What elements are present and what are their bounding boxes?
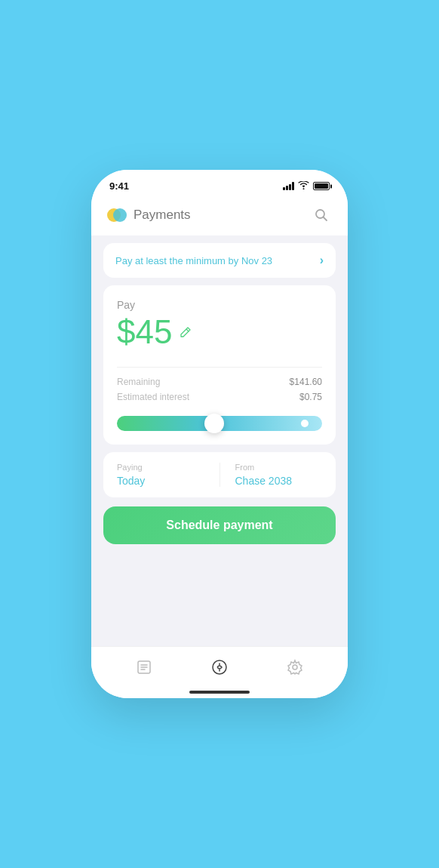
- alert-text: Pay at least the minimum by Nov 23: [115, 255, 272, 266]
- interest-row: Estimated interest $0.75: [117, 392, 322, 402]
- schedule-payment-button[interactable]: Schedule payment: [103, 506, 336, 544]
- svg-point-0: [303, 188, 305, 189]
- signal-icon: [283, 182, 294, 190]
- svg-line-4: [324, 217, 327, 221]
- alert-card[interactable]: Pay at least the minimum by Nov 23 ›: [103, 243, 336, 278]
- status-icons: [283, 181, 330, 191]
- phone-frame: 9:41: [91, 170, 348, 698]
- activity-icon: [136, 659, 152, 676]
- pay-amount-row: $45: [117, 315, 322, 349]
- paying-label: Paying: [117, 463, 204, 472]
- search-icon: [315, 208, 328, 222]
- paying-value[interactable]: Today: [117, 475, 204, 487]
- alert-chevron-icon: ›: [320, 254, 324, 267]
- nav-item-activity[interactable]: [127, 654, 161, 680]
- remaining-row: Remaining $141.60: [117, 377, 322, 387]
- battery-icon: [313, 182, 330, 190]
- app-logo: [106, 205, 127, 226]
- from-account-value[interactable]: Chase 2038: [235, 475, 323, 487]
- pay-card: Pay $45 Remaining $141.60 Estimated inte…: [103, 285, 336, 445]
- paying-section: Paying Today: [117, 463, 204, 487]
- status-time: 9:41: [109, 180, 129, 192]
- settings-icon: [287, 659, 303, 676]
- slider-dot: [301, 420, 309, 427]
- from-section: From Chase 2038: [235, 463, 323, 487]
- svg-point-2: [113, 208, 127, 222]
- from-label: From: [235, 463, 323, 472]
- content-area: Pay at least the minimum by Nov 23 › Pay…: [91, 235, 348, 666]
- pay-details: Remaining $141.60 Estimated interest $0.…: [117, 367, 322, 402]
- pay-label: Pay: [117, 299, 322, 311]
- from-card: Paying Today From Chase 2038: [103, 452, 336, 497]
- remaining-label: Remaining: [117, 377, 160, 387]
- interest-value: $0.75: [299, 392, 322, 402]
- svg-point-13: [293, 665, 297, 669]
- svg-point-10: [213, 660, 226, 674]
- interest-label: Estimated interest: [117, 392, 189, 402]
- slider-left-track: [117, 416, 209, 431]
- app-header: Payments: [91, 198, 348, 235]
- payment-slider[interactable]: [117, 413, 322, 434]
- app-title: Payments: [134, 208, 191, 223]
- wifi-icon: [298, 181, 309, 191]
- vertical-divider: [220, 463, 220, 487]
- nav-item-settings[interactable]: [278, 654, 312, 680]
- pay-amount: $45: [117, 315, 172, 349]
- nav-item-payments[interactable]: [203, 654, 236, 680]
- svg-line-5: [186, 329, 189, 331]
- status-bar: 9:41: [91, 170, 348, 198]
- remaining-value: $141.60: [290, 377, 322, 387]
- header-left: Payments: [106, 205, 191, 226]
- edit-amount-button[interactable]: [178, 325, 193, 340]
- search-button[interactable]: [310, 204, 333, 226]
- slider-right-track: [209, 416, 322, 431]
- payments-icon: [211, 659, 228, 676]
- slider-track: [117, 416, 322, 431]
- home-indicator: [189, 691, 250, 694]
